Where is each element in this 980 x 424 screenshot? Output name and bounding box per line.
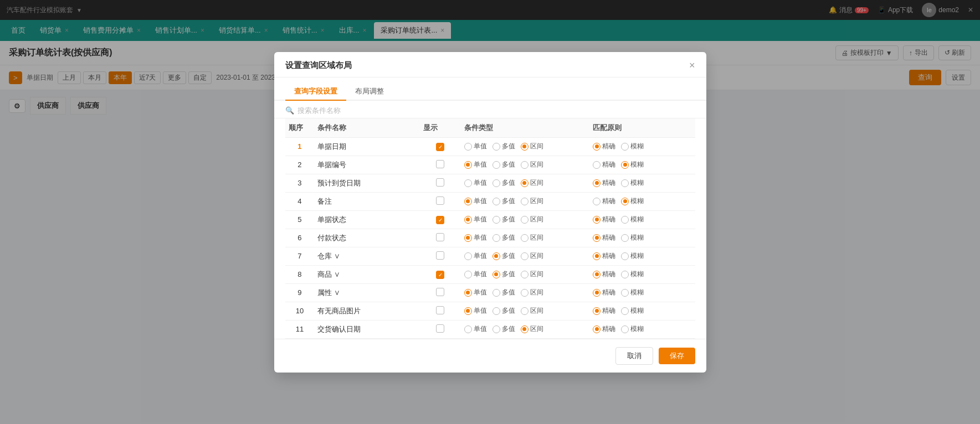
modal-header: 设置查询区域布局 × <box>274 52 706 77</box>
modal-table-container: 顺序 条件名称 显示 条件类型 匹配原则 1单据日期单值多值区间精确模糊2单据编… <box>274 118 706 126</box>
modal-tabs: 查询字段设置 布局调整 <box>274 77 706 101</box>
modal-dialog: 设置查询区域布局 × 查询字段设置 布局调整 🔍 顺序 条件名称 <box>274 52 706 126</box>
search-icon: 🔍 <box>285 106 294 115</box>
condition-search-input[interactable] <box>297 106 408 115</box>
col-header-name: 条件名称 <box>314 118 419 126</box>
modal-search-bar: 🔍 <box>274 101 706 118</box>
modal-tab-layout[interactable]: 布局调整 <box>346 83 393 101</box>
modal-tab-fields[interactable]: 查询字段设置 <box>285 83 346 101</box>
col-header-match: 匹配原则 <box>589 118 695 126</box>
modal-close-button[interactable]: × <box>689 60 695 71</box>
col-header-order: 顺序 <box>285 118 315 126</box>
col-header-display: 显示 <box>420 118 461 126</box>
col-header-type: 条件类型 <box>461 118 590 126</box>
modal-title: 设置查询区域布局 <box>285 60 352 71</box>
conditions-table: 顺序 条件名称 显示 条件类型 匹配原则 1单据日期单值多值区间精确模糊2单据编… <box>285 118 695 126</box>
modal-overlay: 设置查询区域布局 × 查询字段设置 布局调整 🔍 顺序 条件名称 <box>0 0 980 126</box>
